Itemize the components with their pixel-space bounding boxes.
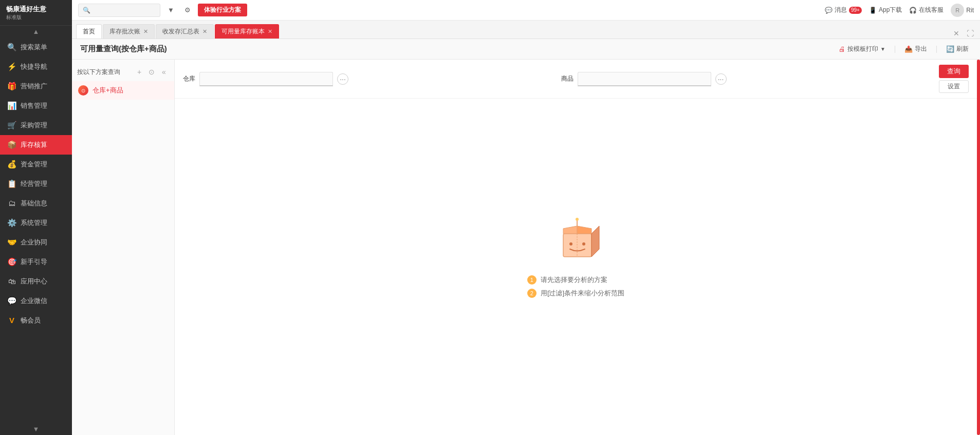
guide-icon: 🎯 bbox=[7, 257, 16, 267]
wechat-icon: 💬 bbox=[7, 296, 16, 306]
online-support-btn[interactable]: 🎧 在线客服 bbox=[909, 6, 944, 14]
svg-point-8 bbox=[576, 218, 579, 221]
tab-receive-summary[interactable]: 收发存汇总表 ✕ bbox=[156, 24, 214, 39]
scheme-panel-title: 按以下方案查询 bbox=[77, 68, 120, 77]
sidebar-label-search: 搜索菜单 bbox=[21, 43, 47, 52]
topbar: 🔍 ▼ ⚙ 体验行业方案 💬 消息 99+ 📱 App下载 🎧 在线客服 R bbox=[72, 0, 980, 21]
sidebar-item-marketing[interactable]: 🎁 营销推广 bbox=[0, 77, 72, 96]
sidebar-scroll-up[interactable]: ▲ bbox=[0, 26, 72, 37]
tab-available-qty-close[interactable]: ✕ bbox=[268, 28, 272, 35]
tip-num-1: 1 bbox=[527, 275, 537, 285]
sales-icon: 📊 bbox=[7, 101, 16, 110]
print-icon: 🖨 bbox=[839, 45, 845, 53]
divider-1 bbox=[895, 46, 895, 53]
topbar-right: 💬 消息 99+ 📱 App下载 🎧 在线客服 R Rit bbox=[825, 4, 974, 17]
enterprise-icon: 🤝 bbox=[7, 238, 16, 247]
sidebar-label-sales: 销售管理 bbox=[21, 101, 47, 110]
refresh-btn[interactable]: 🔄 刷新 bbox=[943, 43, 972, 55]
app-download-label: App下载 bbox=[879, 6, 902, 14]
sidebar-label-marketing: 营销推广 bbox=[21, 82, 47, 91]
tab-receive-summary-close[interactable]: ✕ bbox=[202, 28, 207, 35]
sidebar-scroll-down[interactable]: ▼ bbox=[0, 423, 72, 435]
svg-point-5 bbox=[569, 242, 572, 245]
sidebar-item-wechat[interactable]: 💬 企业微信 bbox=[0, 291, 72, 311]
notification-label: 消息 bbox=[835, 6, 847, 14]
product-more-icon: ··· bbox=[718, 75, 724, 83]
sidebar-item-sales[interactable]: 📊 销售管理 bbox=[0, 96, 72, 116]
query-button[interactable]: 查询 bbox=[939, 65, 969, 78]
sidebar-label-guide: 新手引导 bbox=[21, 257, 47, 267]
scheme-item-warehouse-product[interactable]: ⊙ 仓库+商品 bbox=[72, 81, 174, 100]
sidebar-item-guide[interactable]: 🎯 新手引导 bbox=[0, 252, 72, 272]
print-btn[interactable]: 🖨 按模板打印 ▼ bbox=[836, 43, 889, 55]
scheme-item-label: 仓库+商品 bbox=[93, 86, 123, 95]
industry-solution-btn[interactable]: 体验行业方案 bbox=[198, 4, 247, 16]
sidebar-item-operations[interactable]: 📋 经营管理 bbox=[0, 174, 72, 194]
filter-bar: 仓库 ··· 商品 ··· 查询 设置 bbox=[175, 60, 977, 99]
svg-marker-4 bbox=[591, 226, 599, 257]
operations-icon: 📋 bbox=[7, 179, 16, 188]
window-close-btn[interactable]: ✕ bbox=[951, 28, 961, 39]
refresh-label: 刷新 bbox=[956, 45, 969, 53]
tip-text-2: 用[过滤]条件来缩小分析范围 bbox=[541, 289, 624, 298]
sidebar-label-wechat: 企业微信 bbox=[21, 296, 47, 306]
product-more-btn[interactable]: ··· bbox=[715, 73, 727, 85]
scheme-settings-btn[interactable]: ⊙ bbox=[146, 67, 157, 77]
sidebar-item-system[interactable]: ⚙️ 系统管理 bbox=[0, 213, 72, 233]
tip-text-1: 请先选择要分析的方案 bbox=[541, 275, 607, 285]
topbar-dropdown-btn[interactable]: ▼ bbox=[164, 5, 177, 15]
column-settings-btn[interactable]: 设置 bbox=[939, 80, 969, 93]
divider-2 bbox=[936, 46, 937, 53]
sidebar-label-purchase: 采购管理 bbox=[21, 121, 47, 130]
product-filter-input[interactable] bbox=[578, 72, 711, 86]
scheme-collapse-btn[interactable]: « bbox=[159, 67, 169, 77]
scheme-add-btn[interactable]: + bbox=[134, 67, 144, 77]
search-bar[interactable]: 🔍 bbox=[78, 4, 160, 17]
tab-batch-account[interactable]: 库存批次账 ✕ bbox=[103, 24, 155, 39]
sidebar-item-enterprise[interactable]: 🤝 企业协同 bbox=[0, 233, 72, 252]
notification-btn[interactable]: 💬 消息 99+ bbox=[825, 6, 862, 14]
sidebar-item-member[interactable]: V 畅会员 bbox=[0, 311, 72, 330]
product-filter-label: 商品 bbox=[561, 74, 574, 83]
sidebar-item-inventory[interactable]: 📦 库存核算 bbox=[0, 135, 72, 155]
sidebar-item-quick-nav[interactable]: ⚡ 快捷导航 bbox=[0, 57, 72, 77]
svg-marker-2 bbox=[577, 226, 591, 234]
warehouse-filter-group: 仓库 ··· bbox=[183, 72, 553, 86]
warehouse-icon: ⊙ bbox=[81, 88, 85, 93]
sidebar-item-search[interactable]: 🔍 搜索菜单 bbox=[0, 37, 72, 57]
app-download-btn[interactable]: 📱 App下载 bbox=[869, 6, 902, 14]
scheme-item-icon: ⊙ bbox=[78, 85, 88, 96]
user-menu[interactable]: R Rit bbox=[951, 4, 974, 17]
topbar-settings-btn[interactable]: ⚙ bbox=[181, 5, 194, 15]
filter-actions: 查询 设置 bbox=[939, 65, 969, 93]
sidebar-logo: 畅康通好生意 标准版 bbox=[0, 0, 72, 26]
sidebar-item-basic-info[interactable]: 🗂 基础信息 bbox=[0, 194, 72, 213]
warehouse-more-btn[interactable]: ··· bbox=[337, 73, 348, 85]
content-area: 按以下方案查询 + ⊙ « ⊙ 仓库+商品 bbox=[72, 60, 980, 435]
support-icon: 🎧 bbox=[909, 7, 917, 14]
tab-home[interactable]: 首页 bbox=[76, 24, 102, 39]
sidebar-item-app-center[interactable]: 🛍 应用中心 bbox=[0, 272, 72, 291]
tab-available-qty[interactable]: 可用量库存账本 ✕ bbox=[215, 24, 279, 39]
marketing-icon: 🎁 bbox=[7, 82, 16, 91]
export-btn[interactable]: 📤 导出 bbox=[901, 43, 930, 55]
quick-nav-icon: ⚡ bbox=[7, 62, 16, 71]
search-icon-topbar: 🔍 bbox=[83, 7, 90, 14]
warehouse-filter-input[interactable] bbox=[199, 72, 333, 86]
sidebar-item-purchase[interactable]: 🛒 采购管理 bbox=[0, 116, 72, 135]
search-icon: 🔍 bbox=[7, 43, 16, 52]
inventory-icon: 📦 bbox=[7, 140, 16, 149]
tab-batch-account-close[interactable]: ✕ bbox=[143, 28, 148, 35]
sidebar-item-finance[interactable]: 💰 资金管理 bbox=[0, 155, 72, 174]
tip-num-2: 2 bbox=[527, 289, 537, 298]
window-expand-btn[interactable]: ⛶ bbox=[965, 28, 976, 39]
collapse-icon: « bbox=[162, 68, 166, 76]
svg-point-6 bbox=[582, 242, 585, 245]
sidebar-label-operations: 经营管理 bbox=[21, 179, 47, 188]
refresh-icon: 🔄 bbox=[946, 45, 954, 53]
settings-circle-icon: ⊙ bbox=[149, 68, 155, 76]
sidebar-label-enterprise: 企业协同 bbox=[21, 238, 47, 247]
sidebar: 畅康通好生意 标准版 ▲ 🔍 搜索菜单 ⚡ 快捷导航 🎁 营销推广 📊 销售管理… bbox=[0, 0, 72, 435]
sidebar-label-quick-nav: 快捷导航 bbox=[21, 62, 47, 71]
scheme-header-actions: + ⊙ « bbox=[134, 67, 169, 77]
